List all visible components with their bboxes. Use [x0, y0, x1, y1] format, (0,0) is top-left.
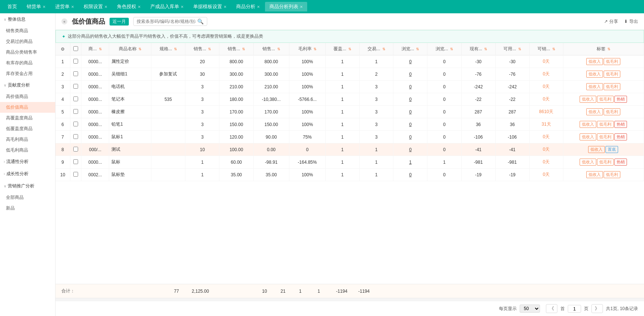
- cell-transaction: 1: [359, 169, 393, 181]
- close-product-analysis-icon[interactable]: ✕: [257, 5, 260, 9]
- col-sale-amount[interactable]: 销售... ⇅: [219, 43, 254, 55]
- cell-browse1[interactable]: 0: [393, 118, 427, 131]
- cell-transaction: 3: [359, 118, 393, 131]
- close-sales-icon[interactable]: ✕: [43, 5, 46, 9]
- sidebar-section-flow[interactable]: › 流通性分析: [0, 156, 55, 168]
- cell-tags: 低收入低毛利: [563, 81, 644, 93]
- cell-saleable: 0天: [529, 143, 563, 156]
- cell-browse1[interactable]: 0: [393, 169, 427, 181]
- cell-browse1[interactable]: 0: [393, 106, 427, 118]
- sidebar-item-category-rate[interactable]: 商品分类销售率: [0, 47, 55, 58]
- col-saleable[interactable]: 可销... ⇅: [529, 43, 563, 55]
- row-checkbox[interactable]: [73, 147, 78, 152]
- page-number-input[interactable]: [568, 305, 581, 313]
- row-checkbox[interactable]: [73, 134, 78, 139]
- cell-coverage: 1: [325, 169, 359, 181]
- sidebar-item-traded[interactable]: 交易过的商品: [0, 36, 55, 47]
- cell-sale-amount: 210.00: [219, 81, 254, 93]
- nav-template[interactable]: 单据模板设置 ✕: [189, 2, 231, 11]
- row-checkbox[interactable]: [73, 109, 78, 114]
- col-available[interactable]: 可用... ⇅: [495, 43, 529, 55]
- cell-gross-rate: 100%: [289, 68, 325, 81]
- cell-browse1[interactable]: 0: [393, 68, 427, 81]
- row-checkbox[interactable]: [73, 172, 78, 177]
- col-current[interactable]: 现有... ⇅: [461, 43, 495, 55]
- col-sale-profit[interactable]: 销售... ⇅: [253, 43, 289, 55]
- sidebar-item-stock-products[interactable]: 有库存的商品: [0, 58, 55, 68]
- nav-purchase[interactable]: 进货单 ✕: [51, 2, 78, 11]
- sidebar-item-low-coverage[interactable]: 低覆盖度商品: [0, 123, 55, 134]
- cell-spec: [151, 143, 185, 156]
- cell-tags: 低收入低毛利: [563, 106, 644, 118]
- sidebar-item-capital[interactable]: 库存资金占用: [0, 68, 55, 79]
- sidebar-item-high-profit[interactable]: 高毛利商品: [0, 134, 55, 145]
- sidebar-item-sales-products[interactable]: 销售类商品: [0, 26, 55, 36]
- cell-browse1[interactable]: 0: [393, 93, 427, 106]
- sidebar-section-growth[interactable]: › 成长性分析: [0, 168, 55, 180]
- nav-role[interactable]: 角色授权 ✕: [113, 2, 145, 11]
- row-checkbox[interactable]: [73, 71, 78, 76]
- close-permission-icon[interactable]: ✕: [104, 5, 107, 9]
- horizontal-scrollbar[interactable]: [56, 298, 644, 301]
- col-transaction[interactable]: 交易... ⇅: [359, 43, 393, 55]
- row-checkbox[interactable]: [73, 159, 78, 164]
- close-template-icon[interactable]: ✕: [224, 5, 227, 9]
- export-button[interactable]: ⬇ 导出: [624, 18, 638, 25]
- cell-browse1[interactable]: 0: [393, 81, 427, 93]
- sidebar-item-high-coverage[interactable]: 高覆盖度商品: [0, 113, 55, 123]
- search-icon[interactable]: 🔍: [197, 18, 204, 24]
- next-page-button[interactable]: 》: [591, 304, 603, 313]
- sidebar-collapse-button[interactable]: «: [61, 18, 67, 24]
- row-checkbox[interactable]: [73, 122, 78, 126]
- nav-permission[interactable]: 权限设置 ✕: [79, 2, 112, 11]
- col-code[interactable]: 商... ⇅: [81, 43, 109, 55]
- sidebar-item-low-profit[interactable]: 低毛利商品: [0, 145, 55, 156]
- col-coverage[interactable]: 覆盖... ⇅: [325, 43, 359, 55]
- col-gross-rate[interactable]: 毛利率 ⇅: [289, 43, 325, 55]
- col-sale-qty[interactable]: 销售... ⇅: [185, 43, 219, 55]
- cell-browse1[interactable]: 0: [393, 55, 427, 68]
- sidebar-item-low-value[interactable]: 低价值商品: [0, 102, 55, 113]
- cell-browse1[interactable]: 0: [393, 143, 427, 156]
- per-page-select[interactable]: 50 100 200: [520, 305, 540, 313]
- share-button[interactable]: ↗ 分享: [604, 18, 618, 25]
- cell-saleable: 0天: [529, 131, 563, 143]
- sidebar-item-new-products[interactable]: 新品: [0, 203, 55, 214]
- nav-home[interactable]: 首页: [3, 2, 21, 11]
- cell-browse1[interactable]: 0: [393, 131, 427, 143]
- col-spec[interactable]: 规格... ⇅: [151, 43, 185, 55]
- sidebar-item-high-value[interactable]: 高价值商品: [0, 91, 55, 102]
- close-purchase-icon[interactable]: ✕: [71, 5, 74, 9]
- search-input[interactable]: [137, 19, 196, 24]
- nav-product-analysis[interactable]: 商品分析 ✕: [232, 2, 264, 11]
- col-browse1[interactable]: 浏览... ⇅: [393, 43, 427, 55]
- total-coverage: 10: [262, 289, 281, 294]
- cell-checkbox: [70, 93, 81, 106]
- close-product-list-icon[interactable]: ✕: [300, 5, 303, 9]
- select-all-checkbox[interactable]: [73, 46, 78, 51]
- sidebar-section-marketing[interactable]: ∨ 营销推广分析: [0, 180, 55, 192]
- col-browse2[interactable]: 浏览... ⇅: [427, 43, 462, 55]
- nav-product-list[interactable]: 商品分析列表 ✕: [265, 2, 307, 11]
- time-badge[interactable]: 近一月: [110, 18, 129, 26]
- close-production-icon[interactable]: ✕: [181, 5, 184, 9]
- cell-tags: 低收入低毛利热销: [563, 131, 644, 143]
- tag-label: 低收入: [586, 171, 603, 178]
- cell-sale-amount: 120.00: [219, 131, 254, 143]
- nav-sales[interactable]: 销货单 ✕: [22, 2, 50, 11]
- col-name[interactable]: 商品名称 ⇅: [109, 43, 151, 55]
- col-settings[interactable]: ⚙: [56, 43, 70, 55]
- close-role-icon[interactable]: ✕: [138, 5, 141, 9]
- row-checkbox[interactable]: [73, 84, 78, 89]
- cell-browse1[interactable]: 1: [393, 156, 427, 169]
- sidebar-section-contribution[interactable]: ∨ 贡献度分析: [0, 79, 55, 91]
- sidebar-section-overall[interactable]: ∨ 整体信息: [0, 13, 55, 26]
- row-checkbox[interactable]: [73, 96, 78, 101]
- first-page-button[interactable]: 《: [546, 304, 557, 313]
- nav-production[interactable]: 产成品入库单 ✕: [146, 2, 188, 11]
- row-checkbox[interactable]: [73, 59, 78, 64]
- cell-no: 4: [56, 93, 70, 106]
- sidebar-item-all-products[interactable]: 全部商品: [0, 192, 55, 203]
- col-tags[interactable]: 标签 ⇅: [563, 43, 644, 55]
- cell-sale-qty: 3: [185, 118, 219, 131]
